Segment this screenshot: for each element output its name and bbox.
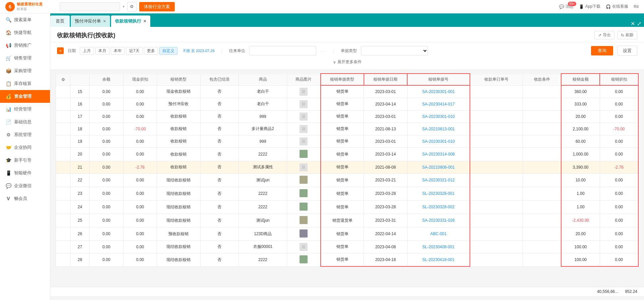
cell-receipt-order xyxy=(470,98,523,110)
collapse-arrow[interactable]: » xyxy=(57,47,64,54)
sidebar-item-basic[interactable]: 📄 基础信息 xyxy=(0,116,50,128)
sidebar-item-member[interactable]: V 畅会员 xyxy=(0,192,50,205)
page-header: 收款核销执行(按收款) ↗ 导出 ↻ 刷新 xyxy=(50,27,644,42)
settings-button[interactable]: 设置 xyxy=(617,46,637,56)
tab-prepay[interactable]: 预付冲应付单 ✕ xyxy=(71,15,110,27)
cell-receipt-order xyxy=(470,85,523,98)
cell-bill-date: 2023-04-14 xyxy=(364,98,407,110)
top-right: 💬 消息 99+ 📱 App下载 🎧 在线客服 Rit xyxy=(559,4,639,9)
cell-write-off-type: 现结收款核销 xyxy=(157,173,200,187)
cell-bill-type: 销货单 xyxy=(321,161,364,173)
filter-dots: ··· xyxy=(320,48,326,53)
cell-bill-no: SA-20210813-001 xyxy=(407,123,470,135)
cell-write-off-discount: 0.00 xyxy=(600,200,638,214)
col-settings[interactable]: ⚙ xyxy=(56,74,70,85)
cell-bill-no: ABC-001 xyxy=(407,227,470,241)
cell-balance: 0.00 xyxy=(90,98,123,110)
sidebar-item-finance[interactable]: 💰 资金管理 xyxy=(0,90,50,103)
sidebar-item-wechat[interactable]: 💬 企业微信 xyxy=(0,179,50,192)
cell-bill-no: SA-20230301-010 xyxy=(407,135,470,147)
filter-row: » 日期 上月 本月 本年 近7天 更多 自定义 不限 至 2023-07-26… xyxy=(57,46,637,56)
tab-home[interactable]: 首页 xyxy=(50,15,70,27)
date-btn-last-month[interactable]: 上月 xyxy=(80,47,94,55)
date-btn-custom[interactable]: 自定义 xyxy=(159,47,177,55)
col-goods: 商品 xyxy=(239,74,287,85)
top-center: ▾ ⚙ 体验行业方案 xyxy=(60,2,555,11)
date-buttons: 上月 本月 本年 近7天 更多 自定义 xyxy=(80,47,177,55)
user-info[interactable]: Rit xyxy=(634,4,639,9)
cell-cash-discount: 0.00 xyxy=(123,200,157,214)
sidebar-item-search[interactable]: 🔍 搜索菜单 xyxy=(0,13,50,26)
solution-button[interactable]: 体验行业方案 xyxy=(139,2,175,11)
notification-badge: 99+ xyxy=(568,2,576,6)
cell-cash-discount: 0.00 xyxy=(123,98,157,110)
date-filter-label: 日期 xyxy=(68,48,76,54)
sidebar-item-system[interactable]: ⚙ 系统管理 xyxy=(0,128,50,141)
cell-goods-img xyxy=(287,200,320,214)
cell-included: 否 xyxy=(200,135,239,147)
cell-write-off-type: 收款核销 xyxy=(157,147,200,161)
sidebar-item-sales[interactable]: 🛒 销售管理 xyxy=(0,52,50,65)
breadcrumb-input[interactable] xyxy=(60,2,120,11)
table-row: 25 0.00 0.00 现结收款核销 否 测试jun 销货退货单 2023-0… xyxy=(56,214,639,227)
refresh-icon: ↻ xyxy=(621,33,624,38)
date-btn-last-7[interactable]: 近7天 xyxy=(126,47,143,55)
sidebar-item-hardware[interactable]: 📱 智能硬件 xyxy=(0,167,50,179)
refresh-button[interactable]: ↻ 刷新 xyxy=(617,31,637,39)
app-download[interactable]: 📱 App下载 xyxy=(579,4,600,9)
cell-balance: 0.00 xyxy=(90,147,123,161)
sidebar-item-inventory[interactable]: 📋 库存核算 xyxy=(0,77,50,90)
sidebar-item-collab[interactable]: 🤝 企业协同 xyxy=(0,141,50,154)
cell-included: 否 xyxy=(200,214,239,227)
tab-writeoff[interactable]: 收款核销执行 ✕ xyxy=(111,15,150,27)
sidebar-item-management[interactable]: 📊 经营管理 xyxy=(0,103,50,116)
counterparty-input[interactable] xyxy=(249,46,316,55)
query-button[interactable]: 查询 xyxy=(591,46,613,55)
table-container[interactable]: ⚙ 余额 现金折扣 核销类型 包含已结清 商品 商品图片 核销单据类型 核销单据… xyxy=(50,70,644,287)
cell-num: 22 xyxy=(70,173,90,187)
cell-write-off-discount: 0.00 xyxy=(600,187,638,200)
sidebar-item-purchase[interactable]: 📦 采购管理 xyxy=(0,65,50,77)
cell-cash-discount: -70.00 xyxy=(123,123,157,135)
cell-receipt-order xyxy=(470,214,523,227)
cell-goods-img: 🖼 xyxy=(287,135,320,147)
online-service[interactable]: 🎧 在线客服 xyxy=(606,4,628,9)
date-btn-this-year[interactable]: 本年 xyxy=(111,47,125,55)
cell-balance: 0.00 xyxy=(90,227,123,241)
tab-writeoff-close[interactable]: ✕ xyxy=(143,19,146,24)
cell-receipt-condition xyxy=(523,227,561,241)
close-window-button[interactable]: ✕ xyxy=(631,20,635,27)
cell-write-off-discount: -2.76 xyxy=(600,161,638,173)
export-icon: ↗ xyxy=(598,33,601,38)
cell-write-off-discount: 0.00 xyxy=(600,110,638,123)
cell-bill-type: 销货单 xyxy=(321,98,364,110)
cell-included: 否 xyxy=(200,200,239,214)
sidebar-item-nav[interactable]: 🏠 快捷导航 xyxy=(0,26,50,39)
expand-conditions-button[interactable]: ∨ 展开更多条件 xyxy=(333,58,362,66)
col-bill-date: 核销单据日期 xyxy=(364,74,407,85)
cell-receipt-condition xyxy=(523,98,561,110)
cell-included: 否 xyxy=(200,253,239,266)
gear-button[interactable]: ⚙ xyxy=(127,2,137,11)
tab-bar: 首页 预付冲应付单 ✕ 收款核销执行 ✕ ✕ ⤢ xyxy=(50,13,644,27)
cell-included: 否 xyxy=(200,98,239,110)
export-button[interactable]: ↗ 导出 xyxy=(594,31,614,39)
col-bill-type: 核销单据类型 xyxy=(321,74,364,85)
cell-included: 否 xyxy=(200,227,239,241)
horizontal-scrollbar[interactable] xyxy=(50,296,644,300)
col-bill-no: 核销单据号 xyxy=(407,74,470,85)
cell-bill-type: 销货单 xyxy=(321,85,364,98)
guide-icon: 🎓 xyxy=(5,157,11,163)
maximize-window-button[interactable]: ⤢ xyxy=(637,20,641,27)
notification-area[interactable]: 💬 消息 99+ xyxy=(559,4,574,9)
cell-goods-img: 🖼 xyxy=(287,241,320,253)
sidebar-item-guide[interactable]: 🎓 新手引导 xyxy=(0,154,50,167)
table-row: 28 0.00 0.00 现结收款核销 否 2222 销货单 2023-04-1… xyxy=(56,253,639,266)
bill-type-select[interactable] xyxy=(361,46,428,55)
date-btn-this-month[interactable]: 本月 xyxy=(95,47,109,55)
sidebar-item-marketing[interactable]: 📢 营销推广 xyxy=(0,39,50,52)
cell-write-off-amount: 2,100.00 xyxy=(561,123,600,135)
tab-prepay-close[interactable]: ✕ xyxy=(103,19,106,24)
date-btn-more[interactable]: 更多 xyxy=(144,47,158,55)
tab-window-controls: ✕ ⤢ xyxy=(631,20,644,27)
